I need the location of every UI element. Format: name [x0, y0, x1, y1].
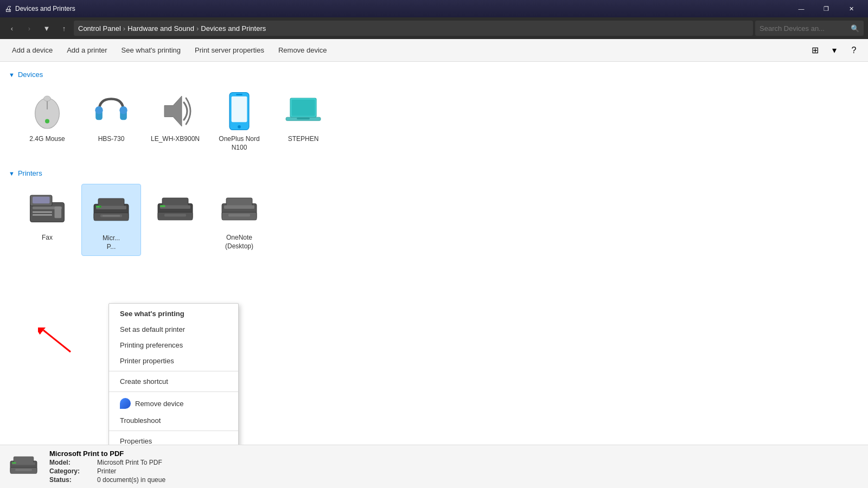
ms-print-icon — [90, 189, 133, 232]
svg-point-7 — [119, 106, 127, 114]
status-printer-icon — [9, 452, 39, 481]
svg-rect-10 — [232, 97, 247, 123]
svg-rect-28 — [99, 206, 101, 208]
toolbar-dropdown-button[interactable]: ▾ — [826, 42, 843, 59]
device-item-headset[interactable]: HBS-730 — [81, 85, 141, 156]
svg-rect-35 — [160, 206, 165, 207]
view-button[interactable]: ⊞ — [806, 42, 824, 59]
print-server-button[interactable]: Print server properties — [188, 42, 271, 59]
status-model-label: Model: — [49, 459, 93, 466]
device-label-headset: HBS-730 — [98, 135, 125, 144]
title-bar-icon: 🖨 — [4, 4, 12, 13]
context-menu-printer-props[interactable]: Printer properties — [109, 353, 238, 369]
minimize-button[interactable]: — — [789, 0, 814, 17]
device-item-phone[interactable]: OnePlus Nord N100 — [209, 85, 269, 156]
printers-chevron-icon: ▼ — [9, 170, 15, 177]
status-model-row: Model: Microsoft Print To PDF — [49, 459, 165, 466]
device-label-laptop: STEPHEN — [288, 135, 319, 144]
path-control-panel[interactable]: Control Panel — [78, 24, 121, 33]
title-bar-controls: — ❐ ✕ — [789, 0, 864, 17]
toolbar-right: ⊞ ▾ ? — [806, 42, 863, 59]
printers-section-header[interactable]: ▼ Printers — [9, 169, 859, 177]
up-button[interactable]: ↑ — [56, 21, 72, 36]
add-printer-button[interactable]: Add a printer — [60, 42, 113, 59]
search-box[interactable]: 🔍 — [755, 21, 864, 36]
status-category-value: Printer — [97, 467, 116, 475]
status-printer-name: Microsoft Print to PDF — [49, 450, 165, 458]
status-status-label: Status: — [49, 476, 93, 484]
search-input[interactable] — [760, 24, 851, 33]
svg-rect-37 — [164, 214, 186, 217]
see-printing-button[interactable]: See what's printing — [115, 42, 187, 59]
context-menu: See what's printing Set as default print… — [108, 303, 239, 445]
device-item-mouse[interactable]: 2.4G Mouse — [17, 85, 77, 156]
title-bar-title: Devices and Printers — [15, 5, 789, 12]
device-item-onenote[interactable]: OneNote(Desktop) — [209, 184, 269, 256]
add-device-button[interactable]: Add a device — [5, 42, 59, 59]
svg-rect-40 — [224, 206, 254, 209]
dropdown-button[interactable]: ▼ — [39, 21, 54, 36]
address-bar: ‹ › ▼ ↑ Control Panel › Hardware and Sou… — [0, 17, 868, 39]
onenote-icon — [218, 188, 261, 232]
device-item-speaker[interactable]: LE_WH-XB900N — [145, 85, 205, 156]
device-label-onenote: OneNote(Desktop) — [225, 234, 253, 251]
printers-section-label: Printers — [18, 169, 42, 177]
back-button[interactable]: ‹ — [4, 21, 20, 36]
red-arrow-indicator — [38, 328, 81, 355]
devices-chevron-icon: ▼ — [9, 72, 15, 78]
phone-icon — [218, 89, 261, 133]
device-label-speaker: LE_WH-XB900N — [151, 135, 200, 144]
printers-grid: Fax Micr...P... — [17, 184, 859, 256]
speaker-icon — [154, 89, 197, 133]
context-menu-troubleshoot[interactable]: Troubleshoot — [109, 413, 238, 428]
close-button[interactable]: ✕ — [839, 0, 864, 17]
fax-icon — [25, 188, 69, 232]
device-item-fax[interactable]: Fax — [17, 184, 77, 256]
svg-line-44 — [43, 330, 71, 352]
mouse-icon — [25, 89, 69, 133]
context-menu-sep1 — [109, 371, 238, 371]
remove-device-button[interactable]: Remove device — [272, 42, 334, 59]
forward-button[interactable]: › — [22, 21, 37, 36]
headset-icon — [90, 89, 133, 133]
title-bar: 🖨 Devices and Printers — ❐ ✕ — [0, 0, 868, 17]
shield-icon — [120, 398, 131, 409]
device-label-fax: Fax — [42, 234, 53, 242]
search-icon: 🔍 — [851, 24, 859, 33]
context-menu-see-printing[interactable]: See what's printing — [109, 306, 238, 322]
context-menu-create-shortcut[interactable]: Create shortcut — [109, 374, 238, 389]
svg-point-2 — [44, 96, 51, 101]
context-menu-printing-prefs[interactable]: Printing preferences — [109, 337, 238, 353]
devices-section-header[interactable]: ▼ Devices — [9, 70, 859, 79]
devices-section-label: Devices — [18, 70, 43, 79]
svg-rect-22 — [33, 211, 52, 213]
svg-rect-23 — [33, 214, 52, 216]
device-item-ms-print[interactable]: Micr...P... — [81, 184, 141, 256]
status-status-value: 0 document(s) in queue — [97, 476, 165, 484]
main-content: ▼ Devices 2.4G Mouse — [0, 62, 868, 445]
status-bar: Microsoft Print to PDF Model: Microsoft … — [0, 445, 868, 488]
status-status-row: Status: 0 document(s) in queue — [49, 476, 165, 484]
maximize-button[interactable]: ❐ — [814, 0, 839, 17]
svg-rect-12 — [236, 94, 242, 95]
status-details: Microsoft Print to PDF Model: Microsoft … — [49, 450, 165, 484]
path-hardware-sound[interactable]: Hardware and Sound — [127, 24, 194, 33]
svg-rect-16 — [297, 118, 310, 119]
context-menu-properties[interactable]: Properties — [109, 433, 238, 445]
toolbar: Add a device Add a printer See what's pr… — [0, 39, 868, 62]
device-item-laptop[interactable]: STEPHEN — [273, 85, 333, 156]
help-button[interactable]: ? — [845, 42, 863, 59]
svg-point-3 — [45, 119, 49, 123]
path-devices-printers[interactable]: Devices and Printers — [201, 24, 266, 33]
device-item-printer2[interactable] — [145, 184, 205, 256]
svg-rect-21 — [55, 207, 62, 219]
laptop-icon — [282, 89, 325, 133]
device-label-mouse: 2.4G Mouse — [29, 135, 65, 144]
context-menu-set-default[interactable]: Set as default printer — [109, 322, 238, 337]
status-category-row: Category: Printer — [49, 467, 165, 475]
svg-rect-50 — [15, 469, 32, 471]
device-label-ms-print: Micr...P... — [103, 234, 120, 251]
context-menu-remove-device[interactable]: Remove device — [109, 394, 238, 413]
svg-point-11 — [238, 125, 241, 129]
status-category-label: Category: — [49, 467, 93, 475]
